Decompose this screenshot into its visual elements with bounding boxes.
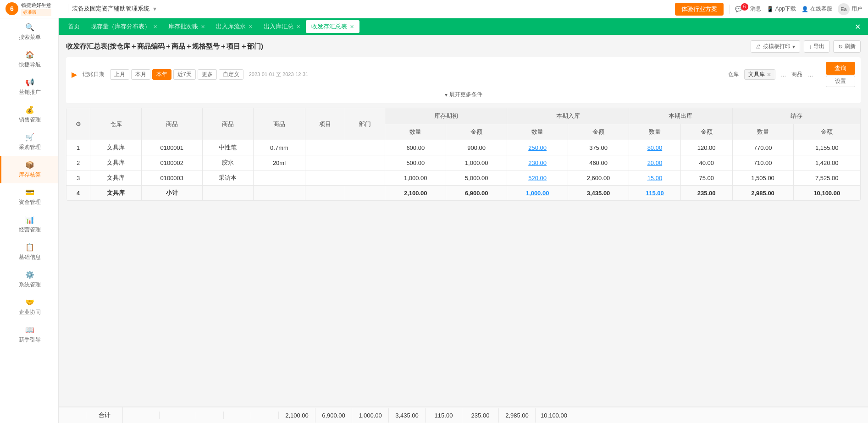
refresh-btn[interactable]: ↻ 刷新 xyxy=(833,40,861,53)
row3-out-qty[interactable]: 15.00 xyxy=(629,170,681,186)
sidebar-item-system[interactable]: ⚙️ 系统管理 xyxy=(0,266,58,293)
sidebar: 🔍 搜索菜单 🏠 快捷导航 📢 营销推广 💰 销售管理 🛒 采购管理 📦 库存核… xyxy=(0,18,59,423)
goods-label: 商品 xyxy=(791,71,802,78)
user-label: 用户 xyxy=(851,5,862,13)
tab-bar-close-all[interactable]: ✕ xyxy=(851,22,864,31)
sidebar-item-operations[interactable]: 📊 经营管理 xyxy=(0,211,58,238)
date-btn-last-month[interactable]: 上月 xyxy=(110,69,129,80)
sidebar-item-quick-nav[interactable]: 🏠 快捷导航 xyxy=(0,46,58,73)
home-icon: 🏠 xyxy=(25,50,34,59)
page-title-bar: 收发存汇总表(按仓库＋商品编码＋商品＋规格型号＋项目＋部门) 🖨 按模板打印 ▾… xyxy=(66,40,861,53)
subtotal-in-qty[interactable]: 1,000.00 xyxy=(507,186,568,201)
divider xyxy=(68,4,68,13)
goods-more-dots[interactable]: ... xyxy=(808,71,813,78)
th-in-amt: 金额 xyxy=(568,124,629,140)
tab-in-out-close[interactable]: ✕ xyxy=(296,24,300,30)
basic-info-icon: 📋 xyxy=(25,243,34,252)
tab-recv-send[interactable]: 收发存汇总表 ✕ xyxy=(306,20,359,33)
row1-out-qty[interactable]: 80.00 xyxy=(629,140,681,155)
row2-department xyxy=(345,155,385,170)
footer-close-amt: 10,100.00 xyxy=(536,408,572,423)
tab-batch-account[interactable]: 库存批次账 ✕ xyxy=(163,20,210,33)
row2-in-qty[interactable]: 230.00 xyxy=(507,155,568,170)
tab-flow-label: 出入库流水 xyxy=(216,22,246,31)
expand-more-btn[interactable]: ▾ 展开更多条件 xyxy=(445,91,482,99)
row3-no: 3 xyxy=(66,170,90,186)
warehouse-tag-close[interactable]: ✕ xyxy=(767,71,771,78)
row2-in-amt: 460.00 xyxy=(568,155,629,170)
tab-flow-close[interactable]: ✕ xyxy=(249,24,253,30)
online-service-label: 在线客服 xyxy=(810,5,832,13)
th-project: 项目 xyxy=(305,108,345,140)
page-content: 收发存汇总表(按仓库＋商品编码＋商品＋规格型号＋项目＋部门) 🖨 按模板打印 ▾… xyxy=(59,35,868,423)
table-row: 3 文具库 0100003 采访本 1,000.00 5,000.00 520.… xyxy=(66,170,861,186)
subtotal-close-amt: 10,100.00 xyxy=(793,186,860,201)
sidebar-item-purchase[interactable]: 🛒 采购管理 xyxy=(0,128,58,156)
footer-open-qty: 2,100.00 xyxy=(279,408,315,423)
refresh-icon: ↻ xyxy=(838,44,843,50)
th-settings[interactable]: ⚙ xyxy=(66,108,90,140)
row2-warehouse: 文具库 xyxy=(90,155,141,170)
spacer xyxy=(66,201,861,292)
th-opening-stock: 库存期初 xyxy=(385,108,507,124)
th-goods-name: 商品 xyxy=(202,108,253,140)
export-icon: ↓ xyxy=(809,44,812,50)
th-out-qty: 数量 xyxy=(629,124,681,140)
date-btn-this-month[interactable]: 本月 xyxy=(131,69,150,80)
date-btn-this-year[interactable]: 本年 xyxy=(152,69,171,80)
sidebar-item-basic-info[interactable]: 📋 基础信息 xyxy=(0,238,58,266)
footer-in-amt: 3,435.00 xyxy=(389,408,426,423)
logo-text: 畅捷通好生意 xyxy=(21,2,51,8)
sidebar-item-guide[interactable]: 📖 新手引导 xyxy=(0,321,58,348)
page-actions: 🖨 按模板打印 ▾ ↓ 导出 ↻ 刷新 xyxy=(751,40,861,53)
row3-in-qty[interactable]: 520.00 xyxy=(507,170,568,186)
query-button[interactable]: 查询 xyxy=(826,62,855,75)
row2-goods-code: 0100002 xyxy=(141,155,202,170)
online-service-item[interactable]: 👤 在线客服 xyxy=(802,5,832,13)
trial-button[interactable]: 体验行业方案 xyxy=(675,3,724,16)
content-area: 首页 现存量（库存分布表） ✕ 库存批次账 ✕ 出入库流水 ✕ 出入库汇总 ✕ … xyxy=(59,18,868,423)
sidebar-item-marketing[interactable]: 📢 营销推广 xyxy=(0,73,58,101)
sidebar-item-finance[interactable]: 💳 资金管理 xyxy=(0,183,58,211)
date-btn-custom[interactable]: 自定义 xyxy=(219,69,243,80)
user-avatar: Ea xyxy=(838,3,850,15)
sidebar-item-search[interactable]: 🔍 搜索菜单 xyxy=(0,18,58,46)
tab-batch-close[interactable]: ✕ xyxy=(201,24,205,30)
row3-warehouse: 文具库 xyxy=(90,170,141,186)
row1-in-qty[interactable]: 250.00 xyxy=(507,140,568,155)
subtotal-close-qty: 2,985.00 xyxy=(732,186,793,201)
tab-in-out-flow[interactable]: 出入库流水 ✕ xyxy=(210,20,258,33)
tab-home[interactable]: 首页 xyxy=(62,20,85,33)
subtotal-out-qty[interactable]: 115.00 xyxy=(629,186,681,201)
app-download-item[interactable]: 📱 App下载 xyxy=(767,5,796,13)
row3-goods-name: 采访本 xyxy=(202,170,253,186)
tab-stock-dist[interactable]: 现存量（库存分布表） ✕ xyxy=(85,20,163,33)
warehouse-more-dots[interactable]: ... xyxy=(781,71,786,78)
sidebar-item-sales[interactable]: 💰 销售管理 xyxy=(0,101,58,128)
sidebar-item-enterprise[interactable]: 🤝 企业协同 xyxy=(0,293,58,321)
row1-close-qty: 770.00 xyxy=(732,140,793,155)
sidebar-label-system: 系统管理 xyxy=(19,281,41,289)
footer-project xyxy=(224,412,251,419)
tab-stock-dist-close[interactable]: ✕ xyxy=(153,24,157,30)
settings-button[interactable]: 设置 xyxy=(826,76,855,87)
filter-bar: ▶ 记账日期 上月 本月 本年 近7天 更多 自定义 2023-01-01 至 … xyxy=(66,57,861,103)
tab-recv-close[interactable]: ✕ xyxy=(350,24,354,30)
export-btn[interactable]: ↓ 导出 xyxy=(804,40,829,53)
tab-in-out-summary[interactable]: 出入库汇总 ✕ xyxy=(258,20,306,33)
footer-goods-name xyxy=(160,412,196,419)
col-settings-icon[interactable]: ⚙ xyxy=(76,121,81,127)
system-dropdown-icon[interactable]: ▾ xyxy=(153,5,156,12)
user-item[interactable]: Ea 用户 xyxy=(838,3,862,15)
message-label: 消息 xyxy=(750,5,761,13)
guide-icon: 📖 xyxy=(25,325,34,334)
filter-expand-arrow[interactable]: ▶ xyxy=(72,70,77,79)
date-btn-7days[interactable]: 近7天 xyxy=(173,69,196,80)
message-item[interactable]: 💬 6 消息 xyxy=(735,5,761,13)
date-buttons: 上月 本月 本年 近7天 更多 自定义 xyxy=(110,69,243,80)
print-icon: 🖨 xyxy=(756,44,761,50)
print-template-btn[interactable]: 🖨 按模板打印 ▾ xyxy=(751,40,800,53)
date-btn-more[interactable]: 更多 xyxy=(198,69,217,80)
sidebar-item-inventory[interactable]: 📦 库存核算 xyxy=(0,156,58,183)
row2-out-qty[interactable]: 20.00 xyxy=(629,155,681,170)
